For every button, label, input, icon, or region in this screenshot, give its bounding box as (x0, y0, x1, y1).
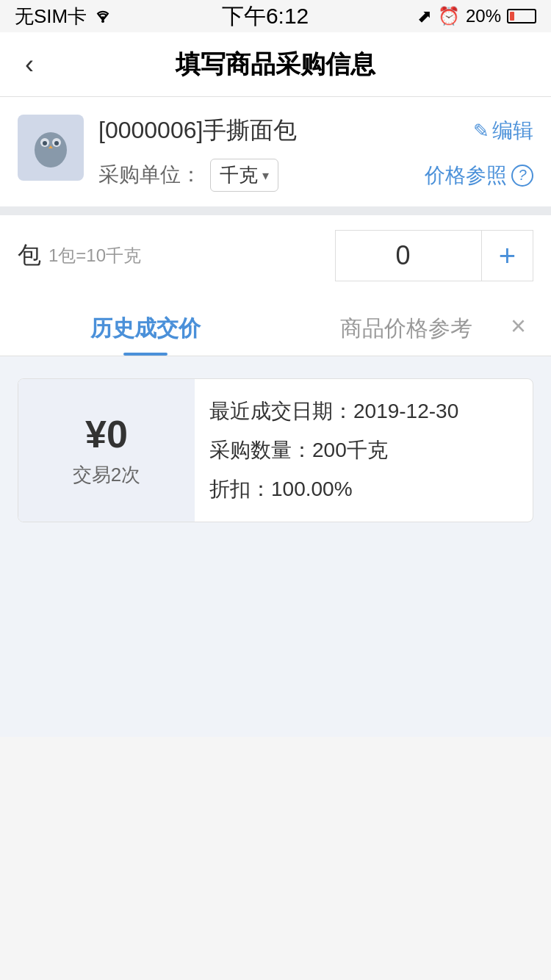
nav-bar: ‹ 填写商品采购信息 (0, 32, 551, 97)
history-quantity-row: 采购数量：200千克 (209, 436, 518, 464)
history-trades-count: 交易2次 (73, 462, 140, 488)
carrier-text: 无SIM卡 (15, 4, 87, 29)
unit-dropdown[interactable]: 千克 ▾ (210, 159, 278, 192)
quantity-label: 包 1包=10千克 (18, 239, 141, 272)
quantity-input[interactable] (335, 230, 482, 281)
edit-button[interactable]: ✎ 编辑 (473, 117, 533, 145)
price-ref-button[interactable]: 价格参照 ? (425, 162, 533, 190)
unit-selector-area: 采购单位： 千克 ▾ (98, 159, 278, 192)
unit-label: 采购单位： (98, 163, 201, 186)
status-time: 下午6:12 (222, 1, 309, 32)
location-icon: ⬈ (417, 6, 432, 26)
panel-close-button[interactable]: × (503, 303, 533, 349)
status-bar: 无SIM卡 下午6:12 ⬈ ⏰ 20% (0, 0, 551, 32)
svg-point-7 (54, 141, 59, 145)
product-info: [0000006]手撕面包 ✎ 编辑 采购单位： 千克 ▾ 价格参照 ? (98, 115, 533, 192)
quantity-row: 包 1包=10千克 + (0, 215, 551, 296)
history-price-value: ¥0 (85, 412, 128, 456)
edit-icon: ✎ (473, 120, 489, 143)
info-icon: ? (511, 165, 533, 187)
wifi-icon (93, 5, 113, 28)
status-right: ⬈ ⏰ 20% (417, 6, 536, 26)
divider (0, 206, 551, 215)
quantity-conversion: 1包=10千克 (48, 244, 141, 267)
product-header: [0000006]手撕面包 ✎ 编辑 (98, 115, 533, 147)
history-price-panel: ¥0 交易2次 (18, 379, 195, 522)
svg-point-6 (43, 141, 47, 145)
alarm-icon: ⏰ (438, 6, 460, 26)
product-name: [0000006]手撕面包 (98, 115, 297, 147)
history-detail-panel: 最近成交日期：2019-12-30 采购数量：200千克 折扣：100.00% (195, 379, 533, 522)
product-card: [0000006]手撕面包 ✎ 编辑 采购单位： 千克 ▾ 价格参照 ? (0, 97, 551, 206)
battery-percent: 20% (466, 6, 501, 26)
history-card: ¥0 交易2次 最近成交日期：2019-12-30 采购数量：200千克 折扣：… (18, 378, 533, 522)
panel: 历史成交价 商品价格参考 × ¥0 交易2次 最近成交日期：2019-12-30… (0, 296, 551, 737)
dropdown-arrow-icon: ▾ (262, 167, 269, 184)
quantity-unit: 包 (18, 239, 41, 272)
product-unit-row: 采购单位： 千克 ▾ 价格参照 ? (98, 159, 533, 192)
battery-icon (507, 9, 536, 24)
back-button[interactable]: ‹ (18, 42, 41, 87)
quantity-input-area: + (335, 230, 533, 281)
svg-point-1 (35, 132, 67, 167)
tab-history-price[interactable]: 历史成交价 (15, 296, 276, 356)
history-date-row: 最近成交日期：2019-12-30 (209, 397, 518, 425)
quantity-plus-button[interactable]: + (482, 230, 533, 281)
page-title: 填写商品采购信息 (176, 48, 375, 82)
status-left: 无SIM卡 (15, 4, 113, 29)
tab-bar: 历史成交价 商品价格参考 × (0, 296, 551, 356)
svg-point-0 (101, 20, 104, 23)
product-logo (18, 115, 84, 181)
history-discount-row: 折扣：100.00% (209, 475, 518, 503)
tab-price-ref[interactable]: 商品价格参考 (276, 296, 536, 356)
